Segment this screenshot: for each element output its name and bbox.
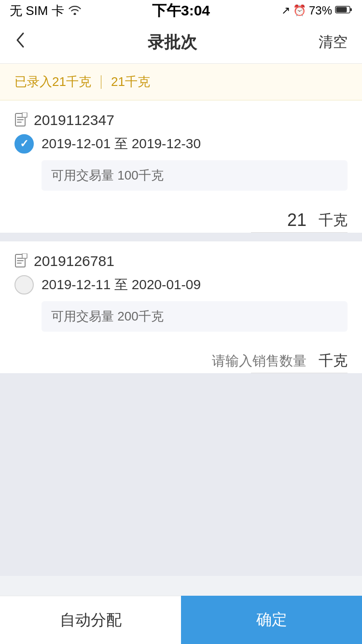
radio-btn-1[interactable]: [14, 134, 34, 154]
qty-input-2[interactable]: [188, 353, 314, 369]
radio-btn-2[interactable]: [14, 275, 34, 294]
separator-1: [0, 233, 362, 241]
wifi-icon: [68, 3, 82, 18]
recorded-label: 已录入21千克: [14, 73, 91, 90]
auto-distribute-button[interactable]: 自动分配: [0, 596, 181, 644]
location-icon: ↗: [281, 4, 290, 17]
clear-button[interactable]: 清空: [319, 32, 348, 52]
qty-unit-1: 千克: [319, 210, 348, 230]
svg-rect-6: [22, 253, 27, 258]
batch-item-2: 2019126781 2019-12-11 至 2020-01-09 可用交易量…: [0, 241, 362, 373]
qty-unit-2: 千克: [319, 351, 348, 371]
avail-box-1: 可用交易量 100千克: [42, 160, 348, 191]
svg-rect-2: [336, 7, 347, 13]
batch-id-2: 2019126781: [34, 253, 114, 269]
doc-icon-2: [14, 253, 30, 269]
page-title: 录批次: [148, 31, 197, 54]
batch-item-1: 2019112347 2019-12-01 至 2019-12-30 可用交易量…: [0, 100, 362, 233]
back-button[interactable]: [14, 30, 26, 54]
alarm-icon: ⏰: [293, 4, 306, 17]
qty-row-1: 千克: [0, 200, 362, 230]
svg-rect-1: [350, 8, 352, 11]
status-time: 下午3:04: [152, 1, 210, 21]
total-label: 21千克: [111, 73, 150, 90]
nav-bar: 录批次 清空: [0, 21, 362, 64]
doc-icon-1: [14, 112, 30, 128]
qty-row-2: 千克: [0, 341, 362, 371]
svg-rect-4: [22, 112, 27, 117]
empty-area: [0, 373, 362, 576]
status-bar: 无 SIM 卡 下午3:04 ↗ ⏰ 73%: [0, 0, 362, 21]
avail-box-2: 可用交易量 200千克: [42, 301, 348, 332]
qty-input-1[interactable]: [256, 210, 314, 230]
batch-id-1: 2019112347: [34, 112, 114, 128]
bottom-bar: 自动分配 确定: [0, 596, 362, 644]
info-banner: 已录入21千克 21千克: [0, 64, 362, 100]
confirm-button[interactable]: 确定: [181, 596, 362, 644]
battery-label: 73%: [309, 4, 332, 17]
info-divider: [101, 75, 101, 89]
batch-date-1: 2019-12-01 至 2019-12-30: [42, 135, 201, 153]
carrier-label: 无 SIM 卡: [10, 2, 64, 19]
battery-icon: [335, 4, 352, 17]
batch-date-2: 2019-12-11 至 2020-01-09: [42, 276, 201, 294]
